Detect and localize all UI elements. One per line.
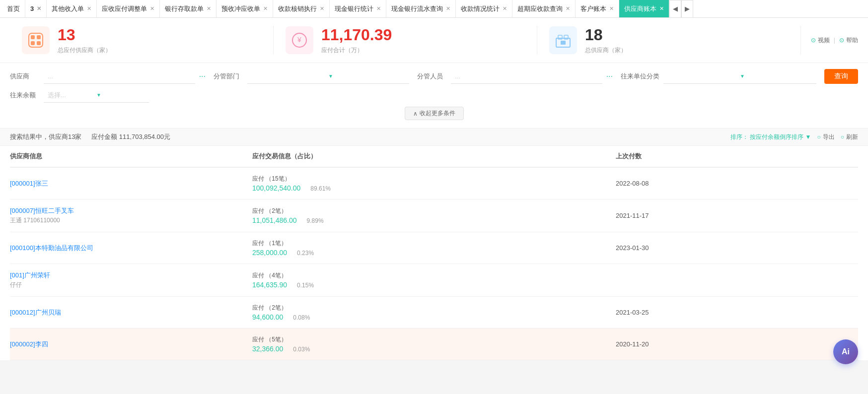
close-tab-ar-ap-adjust-icon[interactable]: ✕ bbox=[150, 5, 154, 12]
row1-supplier-link[interactable]: [000007]恒旺二手叉车 bbox=[10, 206, 252, 215]
close-tab-3-icon[interactable]: ✕ bbox=[37, 5, 41, 12]
nav-tab-other-income[interactable]: 其他收入单 ✕ bbox=[47, 0, 97, 18]
nav-tab-ar-ap-adjust[interactable]: 应收应付调整单 ✕ bbox=[97, 0, 160, 18]
export-icon: ○ bbox=[817, 133, 821, 140]
summary-card-payable-suppliers: 13 总应付供应商（家） bbox=[10, 26, 274, 55]
summary-bar: 13 总应付供应商（家） ¥ 11,170.39 应付合计（万） bbox=[0, 18, 868, 63]
nav-tab-overdue-ar[interactable]: 超期应收款查询 ✕ bbox=[512, 0, 576, 18]
export-button[interactable]: ○ 导出 bbox=[817, 133, 835, 141]
close-tab-customer-account-icon[interactable]: ✕ bbox=[609, 5, 614, 12]
sort-value[interactable]: 按应付余额倒序排序 bbox=[750, 133, 803, 140]
close-tab-overdue-ar-icon[interactable]: ✕ bbox=[566, 5, 570, 12]
nav-left-arrow[interactable]: ◀ bbox=[669, 0, 681, 18]
row5-transaction: 应付 （5笔） 32,366.00 0.03% bbox=[252, 335, 616, 353]
total-suppliers-icon bbox=[549, 26, 577, 54]
supplier-input[interactable] bbox=[44, 69, 195, 84]
close-tab-cash-bank-stat-icon[interactable]: ✕ bbox=[376, 5, 381, 12]
row4-tx-row: 94,600.00 0.08% bbox=[252, 313, 616, 321]
row2-tx-label: 应付 （1笔） bbox=[252, 239, 616, 248]
nav-tab-customer-account[interactable]: 客户账本 ✕ bbox=[576, 0, 619, 18]
nav-tab-bank-deposit[interactable]: 银行存取款单 ✕ bbox=[160, 0, 217, 18]
collapse-button[interactable]: ∧ 收起更多条件 bbox=[405, 107, 464, 120]
ai-badge[interactable]: Ai bbox=[833, 339, 858, 360]
row5-lastpay: 2020-11-20 bbox=[616, 340, 858, 348]
close-tab-receipt-verify-icon[interactable]: ✕ bbox=[320, 5, 324, 12]
row0-supplier: [000001]张三 bbox=[10, 179, 252, 188]
row0-lastpay: 2022-08-08 bbox=[616, 180, 858, 187]
row1-supplier: [000007]恒旺二手叉车 王通 17106110000 bbox=[10, 206, 252, 225]
row4-tx-label: 应付 （2笔） bbox=[252, 304, 616, 312]
row0-lastpay-date: 2022-08-08 bbox=[616, 180, 649, 187]
svg-rect-1 bbox=[31, 35, 35, 39]
row0-supplier-link[interactable]: [000001]张三 bbox=[10, 179, 252, 188]
table-row: [000002]李四 应付 （5笔） 32,366.00 0.03% 2020-… bbox=[10, 328, 858, 360]
close-tab-cash-flow-icon[interactable]: ✕ bbox=[446, 5, 450, 12]
divider: | bbox=[834, 37, 835, 44]
dept-label: 分管部门 bbox=[214, 72, 243, 81]
row3-supplier-sub: 仔仔 bbox=[10, 281, 252, 289]
row4-tx-amount: 94,600.00 bbox=[252, 313, 283, 321]
help-link[interactable]: 帮助 bbox=[846, 36, 858, 45]
nav-tab-receipt-verify[interactable]: 收款核销执行 ✕ bbox=[273, 0, 330, 18]
close-tab-other-income-icon[interactable]: ✕ bbox=[87, 5, 91, 12]
row0-tx-row: 100,092,540.00 89.61% bbox=[252, 184, 616, 192]
person-input[interactable] bbox=[451, 69, 602, 84]
refresh-icon: ○ bbox=[841, 133, 844, 140]
category-arrow-icon: ▼ bbox=[740, 73, 812, 79]
category-select[interactable]: ▼ bbox=[663, 69, 816, 84]
nav-tab-cash-flow[interactable]: 现金银行流水查询 ✕ bbox=[386, 0, 456, 18]
row1-supplier-sub: 王通 17106110000 bbox=[10, 216, 252, 225]
nav-tab-home[interactable]: 首页 bbox=[2, 0, 25, 18]
payable-suppliers-label: 总应付供应商（家） bbox=[58, 46, 111, 55]
table-row: [000001]张三 应付 （15笔） 100,092,540.00 89.61… bbox=[10, 168, 858, 199]
nav-tab-cash-bank-stat[interactable]: 现金银行统计 ✕ bbox=[330, 0, 386, 18]
row3-transaction: 应付 （4笔） 164,635.90 0.15% bbox=[252, 271, 616, 289]
supplier-dots-icon[interactable]: ··· bbox=[199, 72, 206, 81]
row0-transaction: 应付 （15笔） 100,092,540.00 89.61% bbox=[252, 175, 616, 192]
row5-lastpay-date: 2020-11-20 bbox=[616, 340, 649, 348]
row3-tx-label: 应付 （4笔） bbox=[252, 271, 616, 280]
filter-row-2: 往来余额 选择... ▼ bbox=[10, 88, 858, 103]
summary-card-total-suppliers: 18 总供应商（家） bbox=[537, 26, 801, 55]
sort-arrow-icon: ▼ bbox=[805, 133, 811, 140]
row5-tx-label: 应付 （5笔） bbox=[252, 335, 616, 344]
row1-lastpay: 2021-11-17 bbox=[616, 212, 858, 219]
refresh-button[interactable]: ○ 刷新 bbox=[841, 133, 858, 141]
row0-tx-amount: 100,092,540.00 bbox=[252, 184, 300, 192]
row1-tx-percent: 9.89% bbox=[307, 217, 324, 224]
close-tab-bank-deposit-icon[interactable]: ✕ bbox=[207, 5, 211, 12]
filter-person: 分管人员 ··· bbox=[417, 69, 613, 84]
nav-tab-prepay-ar[interactable]: 预收冲应收单 ✕ bbox=[217, 0, 273, 18]
row5-supplier-link[interactable]: [000002]李四 bbox=[10, 340, 252, 349]
row5-tx-amount: 32,366.00 bbox=[252, 345, 283, 353]
row2-tx-amount: 258,000.00 bbox=[252, 249, 287, 257]
supplier-table: 供应商信息 应付交易信息（占比） 上次付数 [000001]张三 应付 （15笔… bbox=[0, 146, 868, 360]
row0-tx-percent: 89.61% bbox=[310, 185, 331, 192]
svg-rect-10 bbox=[561, 41, 566, 45]
nav-right-arrow[interactable]: ▶ bbox=[681, 0, 693, 18]
close-tab-supplier-account-icon[interactable]: ✕ bbox=[659, 5, 664, 12]
close-tab-prepay-ar-icon[interactable]: ✕ bbox=[263, 5, 268, 12]
row2-supplier-link[interactable]: [000100]本特勤油品有限公司 bbox=[10, 244, 252, 253]
table-row: [000100]本特勤油品有限公司 应付 （1笔） 258,000.00 0.2… bbox=[10, 232, 858, 264]
row1-tx-row: 11,051,486.00 9.89% bbox=[252, 216, 616, 224]
video-link[interactable]: 视频 bbox=[818, 36, 830, 45]
nav-tab-supplier-account[interactable]: 供应商账本 ✕ bbox=[619, 0, 669, 18]
query-button[interactable]: 查询 bbox=[824, 69, 858, 84]
row5-supplier: [000002]李四 bbox=[10, 340, 252, 349]
svg-rect-3 bbox=[31, 41, 35, 45]
collapse-icon: ∧ bbox=[413, 110, 418, 117]
summary-actions: ⊙ 视频 | ⊙ 帮助 bbox=[801, 36, 858, 45]
person-dots-icon[interactable]: ··· bbox=[606, 72, 613, 81]
balance-select[interactable]: 选择... ▼ bbox=[44, 88, 149, 103]
nav-tab-receipt-stat[interactable]: 收款情况统计 ✕ bbox=[456, 0, 512, 18]
row3-supplier-link[interactable]: [001]广州荣轩 bbox=[10, 271, 252, 280]
svg-rect-2 bbox=[37, 35, 41, 39]
total-suppliers-text: 18 总供应商（家） bbox=[585, 26, 627, 55]
nav-tab-3[interactable]: 3 ✕ bbox=[25, 0, 47, 18]
payable-suppliers-text: 13 总应付供应商（家） bbox=[58, 26, 111, 55]
filter-bar: 供应商 ··· 分管部门 ▼ 分管人员 ··· 往来单位分类 ▼ 查询 bbox=[0, 63, 868, 129]
close-tab-receipt-stat-icon[interactable]: ✕ bbox=[503, 5, 507, 12]
dept-select[interactable]: ▼ bbox=[247, 69, 409, 84]
row4-supplier-link[interactable]: [000012]广州贝瑞 bbox=[10, 308, 252, 317]
